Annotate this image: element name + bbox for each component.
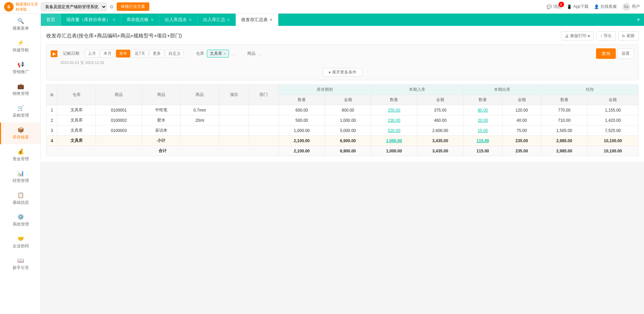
logo-icon: 6 [4,2,14,12]
online-service-button[interactable]: 👤 在线客服 [594,4,617,10]
avatar: Ea [622,3,630,11]
table-cell-bal-amt: 1,420.00 [587,115,638,126]
table-cell-goods-code: 0100002 [96,115,142,126]
query-buttons-area: 查询 设置 [596,48,634,59]
tab-bar-close-button[interactable]: × [633,17,644,23]
tab-close-stock-summary[interactable]: × [270,17,273,22]
th-bal-qty: 数量 [541,95,588,105]
table-cell-in-qty[interactable]: 1,000.00 [371,136,417,146]
tab-close-inventory-distribution[interactable]: × [113,17,115,22]
print-button[interactable]: 🖨 换版打印 ▾ [561,31,594,40]
footer-out-qty: 115.00 [463,146,502,156]
purchase-icon: 🛒 [17,105,24,111]
top-bar-right: 💬 消息 6 📱 App下载 👤 在线客服 Ea 用户 [547,3,640,11]
filter-expand-button[interactable]: ▶ [51,50,57,57]
sidebar: 🔍 搜索菜单 ⚡ 快捷导航 📢 营销推广 💼 销售管理 🛒 采购管理 📦 库存核… [0,14,41,314]
content-area: 首页 现存量（库存分布表） × 库存批次账 × 出入库流水 × 出入库汇总 × … [41,14,644,314]
expand-icon: ▾ [329,70,331,75]
tab-close-inout-summary[interactable]: × [227,17,230,22]
table-cell-goods-name: 小计 [142,136,180,146]
table-row: 4 [47,136,57,146]
sidebar-item-inventory[interactable]: 📦 库存核算 [0,122,40,144]
refresh-button[interactable]: ↻ 刷新 [618,31,639,40]
tab-bar: 首页 现存量（库存分布表） × 库存批次账 × 出入库流水 × 出入库汇总 × … [41,14,644,26]
tab-inout-summary[interactable]: 出入库汇总 × [198,14,236,26]
warehouse-tag-close[interactable]: × [224,51,226,56]
date-btn-last-month[interactable]: 上月 [85,50,99,57]
sidebar-item-management[interactable]: 📊 经营管理 [0,166,40,188]
table-cell-in-qty[interactable]: 230.00 [371,115,417,126]
tab-stock-summary[interactable]: 收发存汇总表 × [236,14,278,26]
sidebar-item-guide[interactable]: 📖 新手引导 [0,253,40,275]
table-cell-init-amt: 1,000.00 [325,115,371,126]
table-cell-in-amt: 2,600.00 [417,126,463,136]
table-cell-out-qty[interactable]: 15.00 [463,126,502,136]
settings-icon[interactable]: ⚙ [110,4,114,10]
table-cell-bal-amt: 1,155.00 [587,105,638,115]
sidebar-item-cooperation[interactable]: 🤝 企业协同 [0,231,40,253]
page-title: 收发存汇总表(按仓库+商品编码+商品+规格型号+项目+部门) [46,33,182,39]
date-btn-custom[interactable]: 自定义 [165,50,184,57]
sidebar-item-finance[interactable]: 💰 资金管理 [0,144,40,166]
th-in-stock: 本期入库 [371,85,463,95]
message-button[interactable]: 💬 消息 6 [547,4,561,10]
table-cell-goods-code: 0100001 [96,105,142,115]
tab-inout-flow[interactable]: 出入库流水 × [159,14,197,26]
table-cell-goods-spec [180,126,219,136]
tab-batch-account[interactable]: 库存批次账 × [121,14,159,26]
th-settings: ⚙ [47,85,57,105]
top-bar-left: 6 畅捷通好生意 标准版 装备及固定资产辅助管理系统 ⚙ 体验行业方案 [4,2,149,12]
table-cell-out-qty[interactable]: 80.00 [463,105,502,115]
footer-in-qty: 1,000.00 [371,146,417,156]
table-cell-goods-name: 采访本 [142,126,180,136]
table-cell-bal-qty: 2,985.00 [541,136,588,146]
date-btn-7days[interactable]: 近7天 [132,50,148,57]
finance-icon: 💰 [17,148,24,155]
gear-icon[interactable]: ⚙ [50,93,54,97]
table-cell-out-qty[interactable]: 20.00 [463,115,502,126]
tab-close-inout-flow[interactable]: × [189,17,192,22]
sidebar-item-basicinfo[interactable]: 📋 基础信息 [0,188,40,210]
date-btn-this-year[interactable]: 本年 [116,50,130,57]
table-cell-warehouse: 文具库 [57,126,96,136]
date-btn-more[interactable]: 更多 [150,50,164,57]
footer-out-amt: 235.00 [502,146,541,156]
tab-close-batch-account[interactable]: × [151,17,153,22]
table-cell-out-qty[interactable]: 115.00 [463,136,502,146]
table-row: 1 [47,105,57,115]
search-icon: 🔍 [17,18,24,24]
table-cell-bal-qty: 710.00 [541,115,588,126]
table-cell-department [249,126,279,136]
tab-inventory-distribution[interactable]: 现存量（库存分布表） × [61,14,121,26]
app-download-button[interactable]: 📱 App下载 [567,4,589,10]
top-bar: 6 畅捷通好生意 标准版 装备及固定资产辅助管理系统 ⚙ 体验行业方案 💬 消息… [0,0,644,14]
settings-filter-button[interactable]: 设置 [617,48,634,59]
query-button[interactable]: 查询 [596,48,616,59]
table-cell-project [219,136,249,146]
export-button[interactable]: ↑ 导出 [596,31,615,40]
table-cell-in-qty[interactable]: 250.00 [371,105,417,115]
date-btn-this-month[interactable]: 本月 [100,50,115,57]
sidebar-item-sales[interactable]: 💼 销售管理 [0,79,40,101]
tab-home[interactable]: 首页 [41,14,61,26]
sidebar-item-system[interactable]: ⚙️ 系统管理 [0,210,40,231]
system-select[interactable]: 装备及固定资产辅助管理系统 [41,2,107,11]
table-cell-init-amt: 5,000.00 [325,126,371,136]
filter-row-main: ▶ 记账日期 上月 本月 本年 近7天 更多 自定义 仓库 [51,48,634,59]
expand-more-button[interactable]: ▾ 展开更多条件 [323,68,362,77]
sidebar-item-search[interactable]: 🔍 搜索菜单 [0,14,40,35]
date-buttons: 上月 本月 本年 近7天 更多 自定义 [85,50,184,57]
table-cell-in-qty[interactable]: 520.00 [371,126,417,136]
warehouse-tag: 文具库 × [207,50,229,57]
goods-more-button[interactable]: ... [258,51,262,56]
warehouse-more-button[interactable]: ... [232,51,235,56]
filter-goods-area: 商品 ... [247,51,262,56]
table-cell-out-amt: 235.00 [502,136,541,146]
table-row: 2 [47,115,57,126]
sidebar-item-purchase[interactable]: 🛒 采购管理 [0,101,40,122]
sidebar-item-quicknav[interactable]: ⚡ 快捷导航 [0,35,40,57]
experience-button[interactable]: 体验行业方案 [117,2,149,11]
sidebar-item-marketing[interactable]: 📢 营销推广 [0,57,40,79]
footer-init-qty: 2,100.00 [279,146,325,156]
user-button[interactable]: Ea 用户 [622,3,640,11]
